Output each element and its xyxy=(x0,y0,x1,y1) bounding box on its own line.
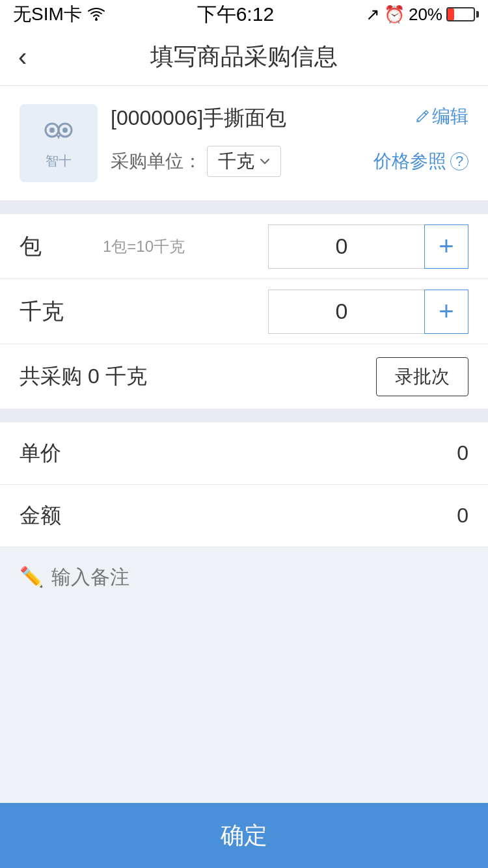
product-unit-row: 采购单位： 千克 价格参照 ? xyxy=(111,146,468,177)
amount-value: 0 xyxy=(457,504,468,528)
battery-fill xyxy=(448,8,454,20)
kg-quantity-input[interactable] xyxy=(268,290,424,334)
unit-price-label: 单价 xyxy=(20,439,457,468)
unit-label: 采购单位： xyxy=(111,149,202,174)
unit-price-row: 单价 0 xyxy=(0,422,488,485)
pencil-icon: ✏️ xyxy=(20,565,44,588)
unit-select[interactable]: 千克 xyxy=(207,146,281,177)
product-card: 智十 [0000006]手撕面包 编辑 采购单位： 千克 xyxy=(0,86,488,201)
bag-quantity-input[interactable] xyxy=(268,224,424,269)
nav-bar: ‹ 填写商品采购信息 xyxy=(0,29,488,86)
total-row: 共采购 0 千克 录批次 xyxy=(0,344,488,409)
bag-label: 包 xyxy=(20,232,98,262)
product-image: 智十 xyxy=(20,104,98,182)
product-logo xyxy=(39,117,78,150)
remark-section: ✏️ xyxy=(0,547,488,606)
amount-row: 金额 0 xyxy=(0,485,488,547)
price-section: 单价 0 金额 0 xyxy=(0,422,488,547)
kg-input-wrapper: + xyxy=(268,290,468,334)
svg-point-3 xyxy=(49,128,55,133)
product-info: [0000006]手撕面包 编辑 采购单位： 千克 xyxy=(111,104,468,177)
svg-point-4 xyxy=(62,128,68,133)
location-icon: ↗ xyxy=(366,5,380,25)
confirm-button[interactable]: 确定 xyxy=(0,803,488,868)
remark-input[interactable] xyxy=(51,566,468,588)
chevron-down-icon xyxy=(260,158,270,165)
amount-label: 金额 xyxy=(20,502,457,530)
product-name: [0000006]手撕面包 xyxy=(111,104,286,133)
status-bar-time: 下午6:12 xyxy=(197,1,274,28)
section-divider-1 xyxy=(0,201,488,214)
edit-label: 编辑 xyxy=(432,104,468,129)
edit-button[interactable]: 编辑 xyxy=(415,104,468,129)
batch-button[interactable]: 录批次 xyxy=(376,357,468,396)
page-title: 填写商品采购信息 xyxy=(150,41,338,73)
back-button[interactable]: ‹ xyxy=(18,42,27,72)
help-icon: ? xyxy=(450,152,468,170)
unit-price-value: 0 xyxy=(457,441,468,465)
wifi-icon xyxy=(87,7,105,21)
status-bar-left: 无SIM卡 xyxy=(13,2,105,27)
battery-icon xyxy=(446,7,475,21)
status-bar: 无SIM卡 下午6:12 ↗ ⏰ 20% xyxy=(0,0,488,29)
bag-plus-button[interactable]: + xyxy=(424,224,468,269)
bag-sublabel: 1包=10千克 xyxy=(103,236,185,257)
unit-value: 千克 xyxy=(218,149,254,174)
bag-input-section: 包 1包=10千克 + 千克 + xyxy=(0,214,488,344)
edit-icon xyxy=(415,109,429,124)
bag-input-wrapper: + xyxy=(268,224,468,269)
kg-input-row: 千克 + xyxy=(0,279,488,344)
svg-point-0 xyxy=(95,18,98,21)
section-divider-2 xyxy=(0,409,488,422)
kg-plus-button[interactable]: + xyxy=(424,290,468,334)
price-ref-button[interactable]: 价格参照 ? xyxy=(373,149,468,174)
alarm-icon: ⏰ xyxy=(384,5,405,25)
kg-label: 千克 xyxy=(20,297,98,327)
price-ref-label: 价格参照 xyxy=(373,149,446,174)
product-logo-text: 智十 xyxy=(46,152,72,170)
carrier-label: 无SIM卡 xyxy=(13,2,82,27)
product-header: [0000006]手撕面包 编辑 xyxy=(111,104,468,133)
bag-input-row: 包 1包=10千克 + xyxy=(0,214,488,279)
status-bar-right: ↗ ⏰ 20% xyxy=(366,5,475,25)
total-text: 共采购 0 千克 xyxy=(20,362,376,391)
battery-percent: 20% xyxy=(409,5,442,25)
